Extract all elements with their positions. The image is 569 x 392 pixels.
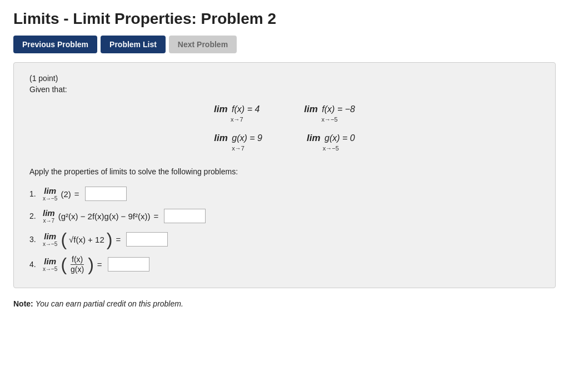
points-label: (1 point)	[29, 74, 540, 83]
given-label: Given that:	[29, 85, 540, 94]
problem-item-2: 2. lim x→7 (g²(x) − 2f(x)g(x) − 9f²(x)) …	[29, 208, 540, 224]
problem-item-1: 1. lim x→−5 (2) =	[29, 186, 540, 202]
limit-g-neg5: lim g(x) = 0 x→−5	[307, 133, 355, 152]
limit-g-7: lim g(x) = 9 x→7	[214, 133, 262, 152]
fraction-4: f(x) g(x)	[69, 255, 85, 274]
page-title: Limits - Limit Properties: Problem 2	[13, 10, 556, 28]
problem-item-4: 4. lim x→−5 ( f(x) g(x) ) =	[29, 255, 540, 274]
note-section: Note: You can earn partial credit on thi…	[13, 299, 556, 308]
problem-num-1: 1.	[29, 189, 39, 198]
problem-math-1: lim x→−5 (2) =	[43, 186, 127, 202]
problem-num-4: 4.	[29, 260, 39, 269]
limits-row-2: lim g(x) = 9 x→7 lim g(x) = 0 x→−5	[214, 133, 355, 152]
problem-item-3: 3. lim x→−5 ( √f(x) + 12 ) =	[29, 230, 540, 248]
limit-f-neg5: lim f(x) = −8 x→−5	[304, 104, 355, 123]
limits-row-1: lim f(x) = 4 x→7 lim f(x) = −8 x→−5	[214, 104, 355, 123]
lim-block-3: lim x→−5	[43, 232, 57, 247]
problem-math-2: lim x→7 (g²(x) − 2f(x)g(x) − 9f²(x)) =	[43, 208, 206, 224]
problem-container: (1 point) Given that: lim f(x) = 4 x→7 l…	[13, 62, 556, 288]
problems-list: 1. lim x→−5 (2) = 2. lim x→7 (g²(x) − 2f…	[29, 186, 540, 274]
answer-input-4[interactable]	[108, 257, 149, 272]
problem-math-3: lim x→−5 ( √f(x) + 12 ) =	[43, 230, 168, 248]
given-limits: lim f(x) = 4 x→7 lim f(x) = −8 x→−5 lim …	[29, 104, 540, 152]
next-problem-button: Next Problem	[169, 36, 237, 53]
limit-f-7: lim f(x) = 4 x→7	[214, 104, 259, 123]
lim-block-4: lim x→−5	[43, 257, 57, 272]
answer-input-2[interactable]	[164, 209, 206, 223]
answer-input-1[interactable]	[85, 187, 127, 201]
navigation-buttons: Previous Problem Problem List Next Probl…	[13, 36, 556, 53]
lim-block-1: lim x→−5	[43, 186, 57, 202]
answer-input-3[interactable]	[126, 232, 168, 247]
note-label: Note:	[13, 299, 33, 308]
apply-text: Apply the properties of limits to solve …	[29, 167, 540, 176]
lim-block-2: lim x→7	[43, 208, 55, 224]
problem-num-2: 2.	[29, 212, 39, 220]
prev-problem-button[interactable]: Previous Problem	[13, 36, 97, 53]
problem-math-4: lim x→−5 ( f(x) g(x) ) =	[43, 255, 149, 274]
note-text: You can earn partial credit on this prob…	[36, 299, 183, 308]
problem-num-3: 3.	[29, 235, 39, 244]
problem-list-button[interactable]: Problem List	[101, 36, 166, 53]
